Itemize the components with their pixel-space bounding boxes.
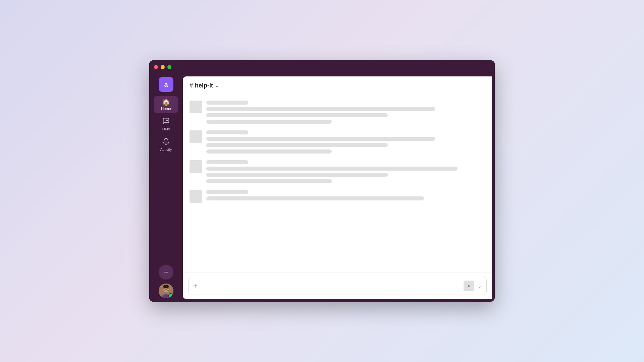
channel-name: help-it: [195, 82, 213, 89]
skeleton-message-4: [190, 190, 485, 203]
send-icon: ➤: [467, 283, 471, 289]
skeleton-line: [206, 190, 248, 194]
home-icon: 🏠: [162, 99, 170, 105]
message-input-area: + ➤ ⌄: [183, 273, 492, 299]
skeleton-line: [206, 120, 332, 124]
attachment-button[interactable]: +: [193, 283, 197, 289]
skeleton-message-1: [190, 101, 485, 124]
app-window: a 🏠 Home DMs: [149, 60, 495, 302]
content-area: # help-it ⌄: [183, 76, 492, 299]
app-icon[interactable]: a: [159, 77, 173, 92]
skeleton-avatar: [190, 190, 202, 203]
skeleton-content: [206, 190, 485, 200]
chevron-down-icon: ⌄: [478, 283, 482, 289]
skeleton-content: [206, 101, 485, 124]
send-button[interactable]: ➤: [464, 281, 474, 291]
avatar-image: [159, 284, 173, 298]
skeleton-message-2: [190, 130, 485, 154]
skeleton-line: [206, 160, 248, 164]
channel-header: # help-it ⌄: [183, 76, 492, 95]
skeleton-line: [206, 101, 248, 105]
chevron-down-icon: ⌄: [215, 83, 219, 88]
maximize-button[interactable]: [167, 65, 171, 69]
skeleton-content: [206, 160, 485, 183]
dms-icon: [162, 117, 170, 126]
skeleton-line: [206, 143, 388, 147]
plus-icon: +: [164, 268, 168, 277]
close-button[interactable]: [154, 65, 158, 69]
skeleton-avatar: [190, 101, 202, 113]
main-layout: a 🏠 Home DMs: [149, 74, 495, 302]
skeleton-line: [206, 107, 435, 111]
title-bar: [149, 60, 495, 74]
skeleton-message-3: [190, 160, 485, 183]
skeleton-line: [206, 149, 332, 154]
send-options-button[interactable]: ⌄: [478, 283, 482, 289]
sidebar-item-dms[interactable]: DMs: [154, 115, 178, 134]
sidebar-label-dms: DMs: [162, 127, 170, 131]
message-input-box: + ➤ ⌄: [188, 277, 487, 295]
channel-hash: #: [190, 82, 193, 89]
messages-area[interactable]: [183, 95, 492, 273]
sidebar-item-activity[interactable]: Activity: [154, 135, 178, 154]
add-workspace-button[interactable]: +: [159, 265, 173, 280]
skeleton-line: [206, 167, 458, 171]
activity-icon: [162, 138, 170, 146]
user-avatar[interactable]: [159, 284, 173, 298]
svg-point-4: [163, 285, 169, 288]
sidebar-item-home[interactable]: 🏠 Home: [154, 96, 178, 113]
svg-point-0: [166, 119, 168, 121]
sidebar-label-activity: Activity: [160, 147, 172, 152]
skeleton-line: [206, 113, 388, 117]
skeleton-line: [206, 173, 388, 177]
skeleton-line: [206, 179, 332, 183]
skeleton-content: [206, 130, 485, 154]
channel-title[interactable]: # help-it ⌄: [190, 82, 219, 89]
sidebar: a 🏠 Home DMs: [149, 74, 183, 302]
skeleton-line: [206, 137, 435, 141]
skeleton-line: [206, 196, 424, 200]
skeleton-avatar: [190, 130, 202, 143]
minimize-button[interactable]: [161, 65, 165, 69]
skeleton-avatar: [190, 160, 202, 173]
skeleton-line: [206, 130, 248, 134]
message-input[interactable]: [201, 282, 460, 290]
sidebar-label-home: Home: [161, 107, 171, 111]
